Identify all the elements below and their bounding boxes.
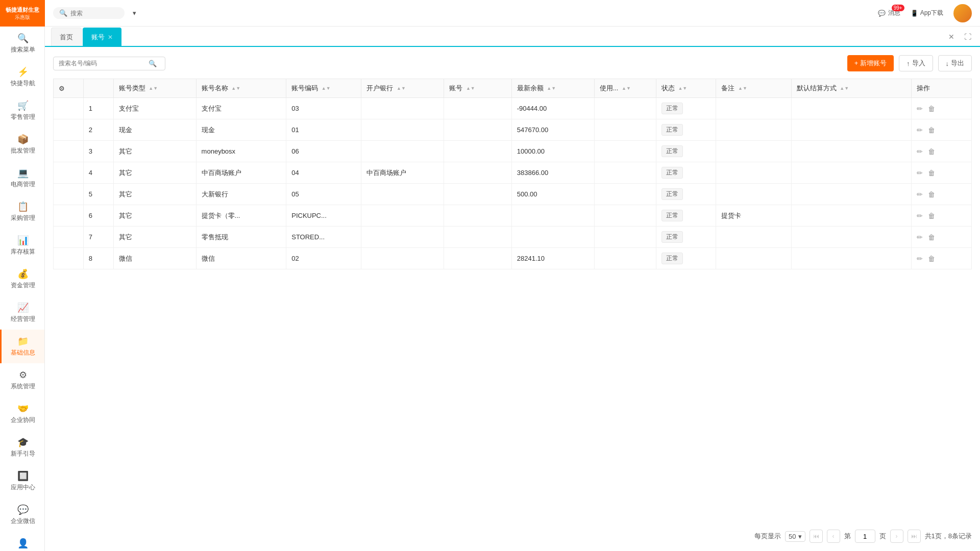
sidebar-item-operations[interactable]: 📈 经营管理 — [0, 296, 44, 330]
table-search-input[interactable] — [59, 60, 145, 67]
col-settings[interactable]: ⚙ — [54, 79, 84, 98]
col-status[interactable]: 状态 ▲▼ — [656, 79, 716, 98]
close-tab-button[interactable]: ✕ — [945, 31, 958, 43]
import-button[interactable]: ↑ 导入 — [899, 55, 933, 71]
row-status-2: 正常 — [656, 141, 716, 162]
sidebar-item-shortcuts[interactable]: ⚡ 快捷导航 — [0, 60, 44, 94]
tab-home[interactable]: 首页 — [51, 28, 82, 46]
edit-icon-1[interactable]: ✏ — [917, 126, 923, 134]
row-actions-0: ✏ 🗑 — [912, 98, 972, 119]
sidebar-item-guide[interactable]: 🎓 新手引导 — [0, 431, 44, 464]
row-balance-5 — [511, 205, 594, 227]
page-size-select[interactable]: 50 ▾ — [785, 531, 805, 542]
col-type[interactable]: 账号类型 ▲▼ — [113, 79, 196, 98]
sidebar-item-appcenter[interactable]: 🔲 应用中心 — [0, 464, 44, 498]
col-index — [83, 79, 113, 98]
prev-page-button[interactable]: ‹ — [827, 530, 840, 543]
sidebar-item-capital[interactable]: 💰 资金管理 — [0, 262, 44, 296]
col-note[interactable]: 备注 ▲▼ — [716, 79, 791, 98]
header-search-input[interactable] — [70, 10, 121, 17]
col-bank[interactable]: 开户银行 ▲▼ — [361, 79, 444, 98]
sidebar-item-corp[interactable]: 🤝 企业协同 — [0, 397, 44, 431]
row-name-3: 中百商场账户 — [196, 162, 286, 184]
row-bank-0 — [361, 98, 444, 119]
sidebar-item-purchase[interactable]: 📋 采购管理 — [0, 195, 44, 229]
header-search[interactable]: 🔍 — [53, 7, 125, 19]
sidebar: 畅捷通财生意 乐惠版 🔍 搜索菜单 ⚡ 快捷导航 🛒 零售管理 📦 批发管理 💻… — [0, 0, 45, 551]
row-actions-7: ✏ 🗑 — [912, 248, 972, 269]
system-icon: ⚙ — [19, 369, 27, 381]
expand-tab-button[interactable]: ⛶ — [962, 31, 974, 43]
app-download-label: App下载 — [920, 9, 943, 17]
user-avatar[interactable] — [953, 4, 972, 22]
delete-icon-0[interactable]: 🗑 — [928, 105, 935, 113]
col-balance[interactable]: 最新余额 ▲▼ — [511, 79, 594, 98]
delete-icon-1[interactable]: 🗑 — [928, 126, 935, 134]
message-badge: 99+ — [892, 5, 904, 11]
table-search-bar[interactable]: 🔍 — [53, 57, 165, 70]
last-page-button[interactable]: ⏭ — [908, 530, 921, 543]
tab-accounts[interactable]: 账号✕ — [83, 28, 121, 46]
row-bank-2 — [361, 141, 444, 162]
edit-icon-7[interactable]: ✏ — [917, 255, 923, 263]
row-settings-3 — [54, 162, 84, 184]
col-code[interactable]: 账号编码 ▲▼ — [286, 79, 361, 98]
row-default-0 — [791, 98, 911, 119]
row-use-1 — [594, 119, 656, 141]
edit-icon-3[interactable]: ✏ — [917, 169, 923, 177]
col-default[interactable]: 默认结算方式 ▲▼ — [791, 79, 911, 98]
status-badge-3: 正常 — [662, 167, 683, 179]
row-bank-3: 中百商场账户 — [361, 162, 444, 184]
add-account-button[interactable]: + 新增账号 — [847, 55, 894, 71]
row-type-5: 其它 — [113, 205, 196, 227]
table-search-icon[interactable]: 🔍 — [149, 60, 157, 67]
sidebar-item-basicinfo[interactable]: 📁 基础信息 — [0, 330, 44, 363]
col-account[interactable]: 账号 ▲▼ — [444, 79, 511, 98]
message-icon: 💬 — [878, 10, 886, 17]
sidebar-item-ecommerce[interactable]: 💻 电商管理 — [0, 161, 44, 195]
row-default-3 — [791, 162, 911, 184]
sort-balance-icon: ▲▼ — [547, 86, 556, 91]
row-type-4: 其它 — [113, 184, 196, 205]
page-number-input[interactable] — [855, 530, 875, 543]
row-code-6: STORED... — [286, 227, 361, 248]
row-actions-3: ✏ 🗑 — [912, 162, 972, 184]
app-download-button[interactable]: 📱 App下载 — [911, 9, 943, 17]
message-button[interactable]: 💬 消息 99+ — [878, 9, 900, 17]
first-page-button[interactable]: ⏮ — [810, 530, 823, 543]
delete-icon-7[interactable]: 🗑 — [928, 255, 935, 263]
export-button[interactable]: ↓ 导出 — [938, 55, 972, 71]
tab-close-accounts[interactable]: ✕ — [108, 34, 113, 41]
sidebar-label-retail: 零售管理 — [11, 113, 35, 121]
app-logo: 畅捷通财生意 乐惠版 — [0, 0, 45, 27]
header-dropdown[interactable]: ▾ — [133, 9, 136, 17]
edit-icon-5[interactable]: ✏ — [917, 212, 923, 220]
row-note-6 — [716, 227, 791, 248]
sidebar-item-search[interactable]: 🔍 搜索菜单 — [0, 27, 44, 60]
sort-account-icon: ▲▼ — [466, 86, 475, 91]
edit-icon-2[interactable]: ✏ — [917, 147, 923, 156]
sidebar-item-wechat[interactable]: 💬 企业微信 — [0, 498, 44, 532]
delete-icon-2[interactable]: 🗑 — [928, 147, 935, 156]
row-default-6 — [791, 227, 911, 248]
table-header: ⚙ 账号类型 ▲▼ 账号名称 ▲▼ 账号编码 ▲▼ 开户 — [54, 79, 972, 98]
delete-icon-4[interactable]: 🗑 — [928, 190, 935, 198]
edit-icon-0[interactable]: ✏ — [917, 105, 923, 113]
edit-icon-6[interactable]: ✏ — [917, 233, 923, 241]
status-badge-2: 正常 — [662, 145, 683, 157]
sidebar-item-system[interactable]: ⚙ 系统管理 — [0, 363, 44, 397]
row-type-7: 微信 — [113, 248, 196, 269]
sidebar-item-member[interactable]: 👤 畅会员 — [0, 532, 44, 551]
delete-icon-5[interactable]: 🗑 — [928, 212, 935, 220]
delete-icon-6[interactable]: 🗑 — [928, 233, 935, 241]
col-use[interactable]: 使用... ▲▼ — [594, 79, 656, 98]
sidebar-item-retail[interactable]: 🛒 零售管理 — [0, 94, 44, 128]
row-bank-6 — [361, 227, 444, 248]
sidebar-item-inventory[interactable]: 📊 库存核算 — [0, 229, 44, 262]
col-name[interactable]: 账号名称 ▲▼ — [196, 79, 286, 98]
inventory-icon: 📊 — [17, 235, 29, 246]
next-page-button[interactable]: › — [890, 530, 903, 543]
edit-icon-4[interactable]: ✏ — [917, 190, 923, 198]
sidebar-item-wholesale[interactable]: 📦 批发管理 — [0, 128, 44, 161]
delete-icon-3[interactable]: 🗑 — [928, 169, 935, 177]
